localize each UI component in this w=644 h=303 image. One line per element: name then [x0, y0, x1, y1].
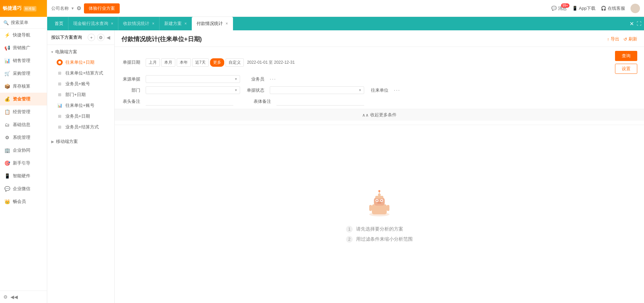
export-btn[interactable]: ↑ 导出 — [607, 36, 620, 42]
add-scheme-btn[interactable]: + — [88, 34, 95, 41]
company-dropdown-arrow[interactable]: ▾ — [71, 6, 74, 11]
scheme-table-icon-3: ⊞ — [57, 92, 63, 98]
inventory-icon: 📦 — [4, 83, 10, 89]
tab-collection-close[interactable]: × — [152, 21, 154, 26]
sidebar-item-basic[interactable]: 🗂 基础信息 — [0, 118, 47, 131]
trial-btn[interactable]: 体验行业方案 — [84, 3, 120, 13]
sidebar-header: 畅捷通巧 标准版 — [0, 0, 47, 17]
scheme-salesperson-settlement[interactable]: ⊞ 业务员+结算方式 — [47, 122, 114, 132]
settings-gear-icon[interactable]: ⚙ — [77, 5, 81, 11]
scheme-table-icon-4: ⊞ — [57, 113, 63, 119]
date-btn-last-month[interactable]: 上月 — [146, 58, 160, 67]
scheme-table-icon-5: ⊞ — [57, 124, 63, 130]
sidebar-item-system[interactable]: ⚙ 系统管理 — [0, 131, 47, 144]
svg-point-13 — [378, 190, 380, 192]
scheme-partner-date-label: 往来单位+日期 — [65, 59, 94, 65]
sidebar-item-capital[interactable]: 💰 资金管理 — [0, 93, 47, 105]
partner-dots[interactable]: ··· — [394, 87, 400, 93]
user-avatar[interactable] — [631, 4, 640, 13]
tab-bank-flow-close[interactable]: × — [111, 21, 113, 26]
date-btn-more[interactable]: 更多 — [210, 58, 224, 67]
date-btn-this-year[interactable]: 本年 — [177, 58, 191, 67]
salesperson-dots[interactable]: ··· — [270, 76, 276, 82]
dept-label: 部门 — [121, 87, 140, 93]
refresh-btn[interactable]: ↺ 刷新 — [623, 36, 637, 42]
scheme-salesperson-date-label: 业务员+日期 — [65, 113, 90, 119]
notifications-btn[interactable]: 💬 消息 99+ — [551, 5, 567, 11]
collapse-conditions-btn[interactable]: ∧∧ 收起更多条件 — [115, 109, 644, 121]
purchase-icon: 🛒 — [4, 70, 10, 77]
sidebar-item-sales[interactable]: 📊 销售管理 — [0, 54, 47, 67]
scheme-partner-account[interactable]: 📊 往来单位+账号 — [47, 100, 114, 111]
enterprise-icon: 🏢 — [4, 147, 10, 153]
source-arrow-icon: ▾ — [235, 77, 237, 81]
sidebar-item-purchase[interactable]: 🛒 采购管理 — [0, 67, 47, 80]
sidebar: 畅捷通巧 标准版 🔍 搜索菜单 ⚡ 快捷导航 📢 营销推广 📊 销售管理 🛒 采… — [0, 0, 47, 303]
collapse-sidebar-btn[interactable]: ◀◀ — [10, 294, 18, 300]
tab-home[interactable]: 首页 — [50, 17, 68, 30]
tab-bank-flow-label: 现金银行流水查询 — [73, 21, 108, 27]
query-btn[interactable]: 查询 — [615, 51, 637, 61]
partner-label: 往来单位 — [370, 87, 388, 93]
svg-rect-1 — [372, 204, 387, 214]
sidebar-item-inventory[interactable]: 📦 库存核算 — [0, 80, 47, 93]
desktop-group-header[interactable]: ▾ 电脑端方案 — [47, 47, 114, 57]
tab-bank-flow[interactable]: 现金银行流水查询 × — [68, 17, 118, 30]
refresh-icon: ↺ — [623, 37, 627, 42]
date-btn-this-month[interactable]: 本月 — [161, 58, 175, 67]
scheme-salesperson-account[interactable]: ⊞ 业务员+账号 — [47, 79, 114, 89]
collapse-scheme-panel-btn[interactable]: ◀ — [107, 35, 110, 40]
sidebar-item-label: 智能硬件 — [13, 173, 30, 179]
sidebar-item-hardware[interactable]: 📱 智能硬件 — [0, 170, 47, 182]
message-icon: 💬 — [551, 6, 557, 11]
dept-select[interactable]: ▾ — [146, 86, 240, 94]
guide-icon: 🎯 — [4, 160, 10, 166]
filter-row-notes: 表头备注 表体备注 — [121, 97, 637, 105]
scheme-partner-settlement[interactable]: ⊞ 往来单位+结算方式 — [47, 68, 114, 79]
app-download-btn[interactable]: 📱 App下载 — [572, 5, 595, 11]
source-select[interactable]: ▾ — [146, 75, 240, 83]
sidebar-item-member[interactable]: 👑 畅会员 — [0, 195, 47, 208]
voucher-status-select[interactable]: ▾ — [270, 86, 364, 94]
table-body-note-input[interactable] — [276, 97, 364, 105]
tab-payment-stats-label: 付款情况统计 — [197, 21, 223, 27]
tip-num-1: 1 — [346, 226, 353, 233]
mobile-group-header[interactable]: ▶ 移动端方案 — [47, 137, 114, 147]
notifications-badge: 99+ — [561, 3, 569, 8]
sidebar-item-guide[interactable]: 🎯 新手引导 — [0, 157, 47, 170]
tab-collection-stats[interactable]: 收款情况统计 × — [118, 17, 159, 30]
empty-state: 1 请先选择要分析的方案 2 用过滤条件来缩小分析范围 — [115, 125, 644, 303]
sidebar-item-wechat[interactable]: 💬 企业微信 — [0, 182, 47, 195]
date-btn-custom[interactable]: 自定义 — [226, 58, 244, 67]
main-area: 公司名称 ▾ ⚙ 体验行业方案 💬 消息 99+ 📱 App下载 🎧 在线客服 — [47, 0, 644, 303]
manage-scheme-btn[interactable]: ⚙ — [97, 34, 105, 41]
tab-new-scheme[interactable]: 新建方案 × — [159, 17, 192, 30]
sidebar-item-enterprise[interactable]: 🏢 企业协同 — [0, 144, 47, 157]
online-service-btn[interactable]: 🎧 在线客服 — [601, 5, 625, 11]
close-all-tabs-btn[interactable]: ✕ — [630, 21, 634, 27]
expand-btn[interactable]: ⛶ — [637, 21, 641, 26]
topbar-left: 公司名称 ▾ ⚙ 体验行业方案 — [51, 3, 548, 13]
sidebar-item-quick-nav[interactable]: ⚡ 快捷导航 — [0, 29, 47, 41]
svg-point-6 — [381, 200, 382, 201]
empty-tips: 1 请先选择要分析的方案 2 用过滤条件来缩小分析范围 — [346, 226, 413, 243]
dept-arrow-icon: ▾ — [235, 88, 237, 92]
tab-new-scheme-close[interactable]: × — [184, 21, 187, 26]
sidebar-item-label: 快捷导航 — [13, 32, 30, 38]
sidebar-item-operations[interactable]: 📋 经营管理 — [0, 105, 47, 118]
sidebar-item-label: 企业微信 — [13, 186, 30, 192]
scheme-panel-actions: + ⚙ ◀ — [88, 34, 110, 41]
tab-new-scheme-label: 新建方案 — [164, 21, 182, 27]
settings-footer-btn[interactable]: ⚙ — [3, 294, 8, 300]
tab-payment-stats[interactable]: 付款情况统计 × — [192, 17, 233, 30]
table-body-note-label: 表体备注 — [252, 98, 271, 104]
search-menu[interactable]: 🔍 搜索菜单 — [0, 17, 47, 29]
settings-btn[interactable]: 设置 — [615, 64, 637, 74]
tab-payment-close[interactable]: × — [226, 21, 228, 26]
scheme-partner-date[interactable]: 往来单位+日期 — [47, 57, 114, 68]
scheme-dept-date[interactable]: ⊞ 部门+日期 — [47, 89, 114, 100]
table-header-note-input[interactable] — [146, 97, 233, 105]
date-btn-last-7days[interactable]: 近7天 — [192, 58, 209, 67]
sidebar-item-marketing[interactable]: 📢 营销推广 — [0, 41, 47, 54]
scheme-salesperson-date[interactable]: ⊞ 业务员+日期 — [47, 111, 114, 122]
